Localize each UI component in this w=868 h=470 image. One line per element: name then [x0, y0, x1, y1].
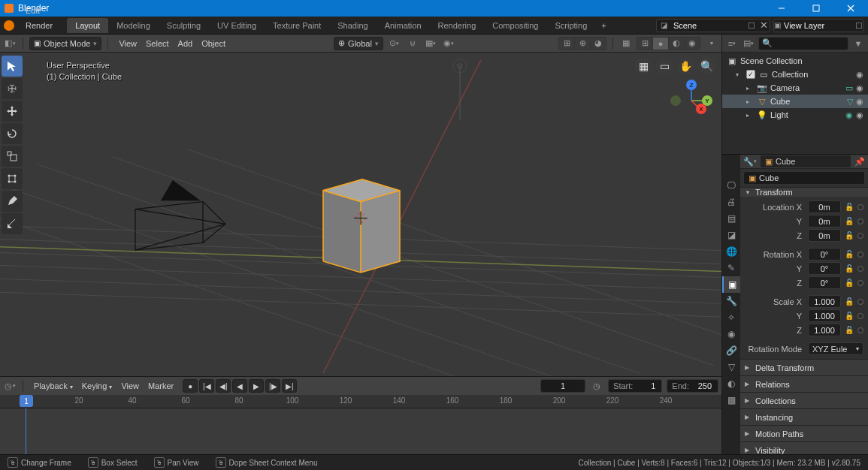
workspace-tab-layout[interactable]: Layout [67, 18, 108, 33]
viewport-menu-view[interactable]: View [114, 37, 141, 50]
ptab-particle[interactable]: ✧ [722, 309, 740, 326]
rotation-z-lock-icon[interactable]: 🔓 [844, 276, 854, 289]
properties-editor-type[interactable]: 🔧▾ [743, 155, 757, 168]
viewlayer-delete-button[interactable]: ✕ [862, 20, 863, 31]
tool-rotate[interactable] [2, 123, 23, 144]
workspace-tab-texture-paint[interactable]: Texture Paint [265, 18, 329, 33]
location-z-lock-icon[interactable]: 🔓 [844, 229, 854, 242]
rotation-y-keyframe[interactable] [857, 266, 863, 272]
pin-icon[interactable]: 📌 [854, 157, 865, 167]
jump-end-button[interactable]: ▶| [282, 379, 297, 393]
minimize-button[interactable] [764, 0, 799, 17]
zoom-gizmo[interactable]: 🔍 [697, 57, 715, 75]
axis-neg-y[interactable] [670, 95, 681, 106]
object-visibility-button[interactable]: ⊞ [558, 37, 575, 50]
start-frame-field[interactable]: Start:1 [608, 379, 662, 393]
panel-instancing-header[interactable]: ▶Instancing [740, 408, 868, 425]
scale-y-field[interactable]: 1.000 [808, 309, 841, 322]
jump-start-button[interactable]: |◀ [199, 379, 214, 393]
collection-visibility-icon[interactable]: ◉ [856, 70, 863, 80]
scale-y-lock-icon[interactable]: 🔓 [844, 309, 854, 322]
scale-z-lock-icon[interactable]: 🔓 [844, 324, 854, 336]
axis-x[interactable]: X [696, 104, 706, 114]
menu-render[interactable]: Render [18, 18, 62, 33]
end-frame-field[interactable]: End:250 [667, 379, 718, 393]
mode-selector[interactable]: ▣ Object Mode ▾ [29, 37, 101, 50]
tool-move[interactable] [2, 101, 23, 122]
rotation-x-keyframe[interactable] [857, 252, 863, 258]
location-x-keyframe[interactable] [857, 204, 863, 210]
ptab-constraint[interactable]: 🔗 [722, 342, 740, 359]
scale-x-keyframe[interactable] [857, 299, 863, 305]
ptab-physics[interactable]: ◉ [722, 326, 740, 342]
tool-cursor[interactable] [2, 78, 23, 99]
disclosure-icon[interactable]: ▸ [746, 112, 754, 119]
rotation-y-lock-icon[interactable]: 🔓 [844, 262, 854, 275]
timeline-menu-keying[interactable]: Keying ▾ [77, 379, 117, 393]
timeline-editor-type[interactable]: ◷▾ [3, 379, 17, 393]
tool-select-box[interactable] [2, 56, 23, 77]
workspace-tab-rendering[interactable]: Rendering [430, 18, 485, 33]
workspace-tab-sculpting[interactable]: Sculpting [159, 18, 209, 33]
pan-gizmo[interactable]: ✋ [676, 57, 694, 75]
maximize-button[interactable] [799, 0, 833, 17]
visibility-icon[interactable]: ◉ [856, 97, 863, 107]
ptab-scene[interactable]: ◪ [722, 227, 740, 243]
location-z-keyframe[interactable] [857, 233, 863, 239]
menu-edit[interactable]: Edit [18, 3, 62, 18]
current-frame-field[interactable]: 1 [540, 379, 585, 393]
outliner-filter-button[interactable]: ▼ [851, 37, 865, 50]
viewport-3d[interactable]: User Perspective (1) Collection | Cube ▦… [0, 53, 721, 376]
location-y-lock-icon[interactable]: 🔓 [844, 215, 854, 227]
panel-visibility-header[interactable]: ▶Visibility [740, 441, 868, 454]
scale-y-keyframe[interactable] [857, 313, 863, 319]
location-x-lock-icon[interactable]: 🔓 [844, 200, 854, 213]
timeline-ruler[interactable]: 20406080100120140160180200220240 [0, 395, 721, 408]
viewport-menu-select[interactable]: Select [141, 37, 174, 50]
ptab-texture[interactable]: ▩ [722, 392, 740, 408]
panel-transform-header[interactable]: ▼Transform [740, 187, 868, 197]
tool-measure[interactable] [2, 213, 23, 234]
viewlayer-selector[interactable]: ▣ □ ✕ [773, 19, 863, 32]
shading-menu[interactable]: ▾ [705, 37, 718, 50]
xray-toggle[interactable]: ▦ [619, 37, 633, 50]
workspace-tab-compositing[interactable]: Compositing [484, 18, 546, 33]
gizmo-toggle[interactable]: ⊕ [574, 37, 591, 50]
disclosure-icon[interactable]: ▸ [746, 98, 754, 105]
workspace-tab-shading[interactable]: Shading [329, 18, 376, 33]
rotation-x-lock-icon[interactable]: 🔓 [844, 248, 854, 261]
workspace-tab-uv-editing[interactable]: UV Editing [209, 18, 265, 33]
visibility-icon[interactable]: ◉ [856, 110, 863, 120]
scale-x-field[interactable]: 1.000 [808, 295, 841, 308]
rotation-z-keyframe[interactable] [857, 280, 863, 286]
perspective-toggle[interactable]: ▭ [655, 57, 673, 75]
rotation-y-field[interactable]: 0° [808, 262, 841, 275]
ptab-data[interactable]: ▽ [722, 359, 740, 375]
rotation-mode-select[interactable]: XYZ Eule▾ [808, 342, 863, 355]
tool-transform[interactable] [2, 168, 23, 189]
camera-view-button[interactable]: ▦ [634, 57, 652, 75]
location-y-field[interactable]: 0m [808, 215, 841, 227]
panel-relations-header[interactable]: ▶Relations [740, 375, 868, 392]
close-button[interactable] [833, 0, 868, 17]
tool-annotate[interactable] [2, 191, 23, 212]
scale-z-field[interactable]: 1.000 [808, 324, 841, 336]
timeline-menu-marker[interactable]: Marker [144, 379, 178, 393]
editor-type-button[interactable]: ◧▾ [3, 37, 17, 50]
tree-item-cube[interactable]: ▸▽Cube▽◉ [722, 95, 868, 108]
ptab-world[interactable]: 🌐 [722, 243, 740, 260]
disclosure-icon[interactable]: ▾ [736, 71, 743, 78]
overlays-toggle[interactable]: ◕ [590, 37, 606, 50]
timeline-menu-view[interactable]: View [116, 379, 144, 393]
ptab-material[interactable]: ◐ [722, 375, 740, 392]
pivot-button[interactable]: ⊙▾ [388, 37, 401, 50]
workspace-tab-scripting[interactable]: Scripting [546, 18, 595, 33]
tool-scale[interactable] [2, 146, 23, 167]
snap-toggle[interactable]: ⊍ [406, 37, 419, 50]
tree-item-camera[interactable]: ▸📷Camera▭◉ [722, 81, 868, 95]
ptab-render[interactable]: 🖵 [722, 177, 740, 194]
visibility-icon[interactable]: ◉ [856, 83, 863, 93]
tree-collection[interactable]: ▾ ✓ ▭ Collection ◉ [722, 68, 868, 81]
play-button[interactable]: ▶ [249, 379, 264, 393]
rotation-z-field[interactable]: 0° [808, 276, 841, 289]
